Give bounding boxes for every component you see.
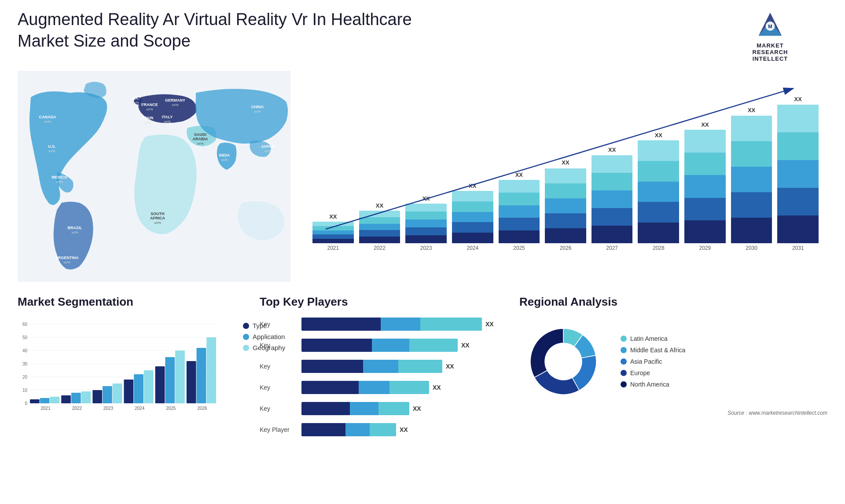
bar-segment [545, 168, 586, 183]
bar-xx-label: XX [376, 202, 383, 209]
donut-container: Latin AmericaMiddle East & AfricaAsia Pa… [519, 318, 827, 405]
bar-segment [405, 227, 447, 235]
bar-segment [592, 173, 633, 190]
player-xx-label: XX [446, 363, 454, 370]
svg-text:10: 10 [22, 388, 28, 393]
player-label: Key [260, 342, 297, 349]
svg-text:JAPAN: JAPAN [261, 144, 274, 149]
player-bar-segment [372, 339, 409, 352]
x-year-label: 2030 [746, 245, 757, 251]
bar-group-2023: XX2023 [405, 195, 447, 251]
bar-segment [545, 183, 586, 198]
bar-segment [638, 161, 679, 182]
seg-bar [71, 393, 81, 403]
svg-text:xx%: xx% [63, 260, 70, 264]
player-bar-area: XX [301, 318, 506, 331]
bar-segment [638, 223, 679, 243]
seg-bar [175, 351, 185, 403]
player-bar-segment [381, 318, 420, 331]
svg-text:BRAZIL: BRAZIL [68, 226, 82, 230]
svg-text:xx%: xx% [71, 230, 78, 234]
svg-text:xx%: xx% [48, 149, 55, 153]
bar-segment [312, 234, 354, 239]
player-bar-segment [363, 360, 398, 373]
bar-segment [684, 198, 726, 221]
bar-segment [312, 226, 354, 230]
bar-segment [684, 130, 726, 153]
bar-segment [359, 230, 400, 237]
svg-text:U.K.: U.K. [132, 96, 140, 100]
svg-text:xx%: xx% [44, 120, 51, 124]
stacked-bar [405, 204, 447, 243]
world-map-svg: CANADA xx% U.S. xx% MEXICO xx% BRAZIL xx… [18, 71, 290, 282]
segmentation-section: Market Segmentation 01020304050602021202… [18, 295, 246, 440]
svg-text:xx%: xx% [164, 120, 170, 124]
svg-text:AFRICA: AFRICA [150, 216, 165, 220]
stacked-bar [777, 104, 819, 243]
seg-bar [81, 391, 91, 403]
bar-segment [638, 182, 679, 202]
x-year-label: 2029 [699, 245, 711, 251]
player-bar-stack [301, 339, 458, 352]
bar-xx-label: XX [469, 183, 476, 189]
player-bar-segment [370, 423, 396, 436]
bar-xx-label: XX [422, 195, 430, 202]
seg-bar [144, 370, 154, 403]
player-row: KeyXX [260, 402, 506, 415]
header: Augmented Reality Ar Virtual Reality Vr … [18, 9, 827, 62]
x-year-label: 2023 [420, 245, 432, 251]
bar-segment [777, 132, 819, 160]
seg-bar [40, 398, 50, 403]
bar-xx-label: XX [701, 121, 709, 128]
svg-text:SOUTH: SOUTH [151, 212, 165, 216]
seg-legend-dot [243, 334, 249, 340]
svg-text:xx%: xx% [154, 221, 161, 225]
bar-xx-label: XX [515, 172, 523, 178]
bar-segment [452, 191, 493, 201]
stacked-bar [499, 180, 540, 243]
stacked-bar [545, 168, 586, 243]
svg-text:ARGENTINA: ARGENTINA [55, 256, 79, 260]
seg-bar [197, 348, 206, 403]
bar-segment [499, 205, 540, 218]
player-bar-segment [378, 402, 409, 415]
player-bar-area: XX [301, 381, 506, 394]
seg-bar [134, 374, 143, 403]
player-bar-segment [301, 360, 363, 373]
bar-segment [684, 153, 726, 175]
bar-segment [499, 230, 540, 243]
stacked-bar [312, 222, 354, 243]
seg-bar [103, 386, 112, 403]
svg-text:xx%: xx% [144, 121, 151, 124]
regional-legend-item: North America [621, 381, 685, 388]
svg-text:xx%: xx% [56, 180, 62, 184]
player-bar-stack [301, 402, 409, 415]
x-year-label: 2021 [327, 245, 339, 251]
donut-segment [530, 329, 563, 377]
bar-group-2031: XX2031 [777, 96, 819, 251]
seg-bar [124, 380, 134, 403]
bar-group-2026: XX2026 [545, 159, 586, 251]
segmentation-chart-svg: 0102030405060202120222023202420252026 [18, 318, 220, 414]
seg-bar [206, 337, 216, 403]
stacked-bar [638, 140, 679, 243]
player-xx-label: XX [485, 321, 494, 328]
bar-segment [777, 188, 819, 215]
bar-group-2030: XX2030 [731, 107, 772, 251]
stacked-bar [684, 130, 726, 243]
seg-bar [92, 390, 102, 403]
source-line: Source : www.marketresearchintellect.com [519, 410, 827, 416]
svg-text:2023: 2023 [103, 406, 114, 411]
player-row: Key PlayerXX [260, 423, 506, 436]
x-year-label: 2027 [606, 245, 618, 251]
stacked-bar [592, 155, 633, 243]
player-bar-stack [301, 423, 396, 436]
bar-segment [684, 175, 726, 198]
bar-segment [312, 230, 354, 235]
bar-segment [592, 155, 633, 173]
seg-bar [187, 361, 196, 403]
key-players-section: Top Key Players KeyXXKeyXXKeyXXKeyXXKeyX… [260, 295, 506, 440]
player-bar-stack [301, 381, 429, 394]
player-bar-segment [301, 381, 359, 394]
regional-legend-label: Latin America [630, 335, 668, 342]
